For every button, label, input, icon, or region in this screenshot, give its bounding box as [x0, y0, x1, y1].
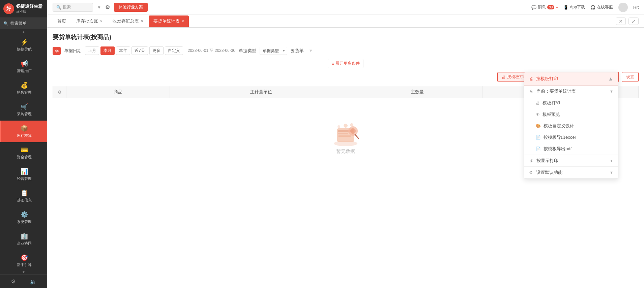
expand-more-bar: ≡ 展开更多条件: [53, 59, 639, 68]
tab-order-stats-label: 要货单统计表: [153, 18, 180, 24]
order-type-label: 单据类型: [239, 48, 256, 54]
dropdown-current-template[interactable]: 🖨 当前：要货单统计表 ▼: [524, 86, 618, 97]
filter-collapse-btn[interactable]: ≫: [53, 47, 61, 55]
sidebar-item-quick-nav[interactable]: ⚡ 快捷导航: [0, 34, 47, 56]
sidebar-item-inventory[interactable]: 📦 库存核算: [0, 121, 47, 142]
sidebar-item-marketing[interactable]: 📢 营销推广: [0, 56, 47, 77]
set-default-icon: ⚙: [529, 170, 533, 175]
settings-bottom-icon[interactable]: ⚙: [11, 278, 16, 285]
date-btn-last7days[interactable]: 近7天: [131, 46, 148, 55]
sidebar-item-finance[interactable]: 💳 资金管理: [0, 142, 47, 164]
date-btn-current-year[interactable]: 本年: [116, 46, 130, 55]
tab-bar-expand-btn[interactable]: ⤢: [628, 18, 639, 25]
search-icon: 🔍: [3, 21, 8, 26]
header-search-icon: 🔍: [56, 5, 61, 10]
settings-btn[interactable]: 设置: [622, 72, 639, 82]
enterprise-icon: 🏢: [21, 232, 28, 240]
speaker-bottom-icon[interactable]: 🔈: [30, 278, 37, 285]
header-dropdown-icon[interactable]: ▼: [97, 5, 101, 10]
dropdown-set-default-section: ⚙ 设置默认功能 ▼: [524, 167, 618, 179]
dropdown-set-default[interactable]: ⚙ 设置默认功能 ▼: [524, 167, 618, 178]
table-col-settings[interactable]: ⚙: [53, 86, 66, 98]
empty-state-illustration: [329, 118, 362, 149]
display-print-chevron: ▼: [610, 159, 613, 163]
page-content: 要货单统计表(按商品) ≫ 单据日期 上月 本月 本年 近7天 更多 自定义 2…: [47, 28, 644, 288]
sidebar-item-purchase[interactable]: 🛒 采购管理: [0, 99, 47, 121]
dropdown-template-print[interactable]: 🖨 模板打印: [524, 97, 618, 109]
expand-more-icon: ≡: [331, 61, 334, 66]
dropdown-print-icon: 🖨: [529, 76, 533, 82]
print-icon: 🖨: [502, 75, 506, 79]
sidebar-item-guide[interactable]: 🎯 新手引导: [0, 250, 47, 269]
toolbar: 🖨 按模板打印 ▲ ... ⬆ 导出 ↻ 刷新 查询 设置 🖨: [53, 72, 639, 82]
dropdown-template-design[interactable]: 🎨 模板自定义设计: [524, 120, 618, 132]
date-btn-prev-month[interactable]: 上月: [85, 46, 99, 55]
finance-icon: 💳: [21, 146, 28, 154]
header-search[interactable]: 🔍 搜索: [53, 3, 93, 12]
trial-btn[interactable]: 体验行业方案: [114, 3, 148, 12]
template-preview-icon: 👁: [536, 112, 540, 117]
tab-receivables-close[interactable]: ×: [141, 19, 143, 24]
guide-icon: 🎯: [21, 254, 28, 261]
sidebar-nav: ⚡ 快捷导航 📢 营销推广 💰 销售管理 🛒 采购管理 📦 库存核算 💳 资金管…: [0, 34, 47, 269]
tab-home[interactable]: 首页: [53, 15, 71, 27]
date-filter-label: 单据日期: [64, 48, 82, 54]
export-pdf-icon: 📄: [536, 147, 541, 151]
main-area: 🔍 搜索 ▼ ⚙ 体验行业方案 💬 消息 99 + 📱 App下载 🎧 在线客服…: [47, 0, 644, 288]
header-gear-icon[interactable]: ⚙: [105, 4, 110, 10]
tab-batch-account-close[interactable]: ×: [100, 19, 103, 24]
date-btn-more[interactable]: 更多: [149, 46, 164, 55]
header-online-service[interactable]: 🎧 在线客服: [590, 4, 613, 10]
order-type-select-wrap: 单据类型: [260, 47, 287, 55]
tab-receivables-summary[interactable]: 收发存汇总表 ×: [108, 15, 148, 27]
user-avatar[interactable]: [618, 3, 628, 12]
header-app-download[interactable]: 📱 App下载: [563, 4, 585, 10]
export-excel-icon: 📄: [536, 135, 541, 140]
column-settings-icon[interactable]: ⚙: [58, 90, 62, 95]
expand-more-btn[interactable]: ≡ 展开更多条件: [328, 59, 363, 68]
message-icon: 💬: [531, 5, 536, 10]
svg-point-6: [350, 128, 356, 134]
sidebar-item-system[interactable]: ⚙️ 系统管理: [0, 207, 47, 228]
order-type-select[interactable]: 单据类型: [260, 47, 287, 55]
current-template-icon: 🖨: [529, 89, 533, 94]
date-btn-group: 上月 本月 本年 近7天 更多 自定义: [85, 46, 183, 55]
tab-order-stats[interactable]: 要货单统计表 ×: [149, 15, 189, 27]
tab-batch-account[interactable]: 库存批次账 ×: [71, 15, 107, 27]
svg-line-7: [355, 134, 358, 138]
sidebar-search[interactable]: 🔍 搜索菜单: [0, 18, 47, 29]
dropdown-export-excel[interactable]: 📄 按模板导出excel: [524, 132, 618, 143]
operation-icon: 📊: [21, 168, 28, 175]
sidebar-item-enterprise[interactable]: 🏢 企业协同: [0, 228, 47, 250]
purchase-icon: 🛒: [21, 103, 28, 110]
sidebar-item-operation[interactable]: 📊 经营管理: [0, 164, 47, 185]
svg-point-9: [338, 125, 340, 128]
tab-bar-close-btn[interactable]: ✕: [616, 18, 626, 25]
sidebar-scroll-up[interactable]: ▲: [0, 29, 47, 34]
filter-bar: ≫ 单据日期 上月 本月 本年 近7天 更多 自定义 2023-06-01 至 …: [53, 46, 639, 55]
user-name: Rit: [633, 5, 639, 10]
svg-point-8: [344, 124, 348, 128]
dropdown-export-pdf[interactable]: 📄 按模板导出pdf: [524, 143, 618, 155]
svg-point-10: [350, 123, 353, 127]
basic-icon: 📋: [21, 189, 28, 197]
dropdown-close-btn[interactable]: ▲: [608, 76, 613, 82]
quick-nav-icon: ⚡: [21, 38, 28, 46]
system-icon: ⚙️: [21, 211, 28, 218]
page-title: 要货单统计表(按商品): [53, 33, 639, 41]
dropdown-template-preview[interactable]: 👁 模板预览: [524, 109, 618, 120]
sidebar-scroll-down[interactable]: ▼: [0, 269, 47, 275]
sidebar-item-basic[interactable]: 📋 基础信息: [0, 185, 47, 207]
date-btn-current-month[interactable]: 本月: [100, 46, 115, 55]
sidebar-item-sales[interactable]: 💰 销售管理: [0, 77, 47, 99]
dropdown-display-print[interactable]: 🖨 按显示打印 ▼: [524, 155, 618, 166]
header-messages[interactable]: 💬 消息 99 +: [531, 4, 558, 10]
tab-bar: 首页 库存批次账 × 收发存汇总表 × 要货单统计表 × ✕ ⤢: [47, 15, 644, 28]
date-btn-custom[interactable]: 自定义: [165, 46, 183, 55]
tab-order-stats-close[interactable]: ×: [182, 19, 184, 24]
tab-home-label: 首页: [57, 18, 66, 24]
order-category-label: 要货单: [291, 48, 304, 54]
template-print-icon: 🖨: [536, 101, 540, 105]
table-col-unit: 主计量单位: [170, 86, 352, 98]
tab-bar-controls: ✕ ⤢: [616, 18, 639, 25]
